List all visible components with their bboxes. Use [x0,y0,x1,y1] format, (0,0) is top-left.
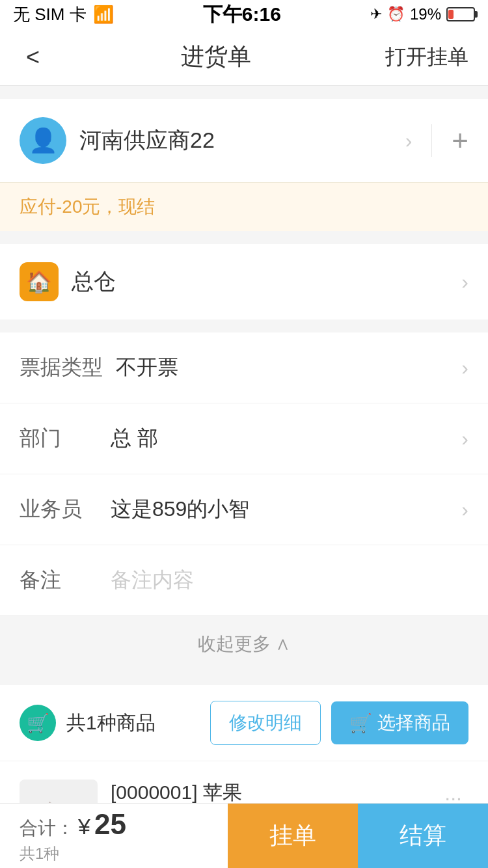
modify-detail-button[interactable]: 修改明细 [210,701,321,745]
status-time: 下午6:16 [203,1,281,28]
bottom-bar: 合计： ¥ 25 共1种 挂单 结算 [0,803,488,868]
product-header: 🛒 共1种商品 修改明细 🛒 选择商品 [0,685,488,761]
invoice-type-chevron-icon: › [461,356,468,380]
department-label: 部门 [20,424,98,453]
supplier-divider [431,124,432,157]
back-button[interactable]: < [20,37,46,77]
warehouse-section[interactable]: 🏠 总仓 › [0,244,488,319]
supplier-section: 👤 河南供应商22 › + 应付-20元，现结 [0,99,488,231]
supplier-name: 河南供应商22 [79,126,405,156]
remark-row[interactable]: 备注 备注内容 [0,545,488,616]
supplier-avatar: 👤 [20,117,66,164]
total-value: 25 [94,808,126,841]
total-amount-display: 合计： ¥ 25 [20,808,208,841]
total-section: 合计： ¥ 25 共1种 [0,808,228,864]
section-gap-3 [0,319,488,332]
warehouse-row[interactable]: 🏠 总仓 › [0,244,488,319]
product-name: [0000001] 苹果 [111,780,425,806]
supplier-chevron-icon: › [405,129,413,153]
wifi-icon: 📶 [93,5,114,25]
location-icon: ✈ [370,6,382,23]
supplier-notice: 应付-20元，现结 [0,182,488,231]
product-code: [0000001] [111,781,197,803]
nav-bar: < 进货单 打开挂单 [0,29,488,86]
invoice-type-value: 不开票 [103,353,455,382]
currency-symbol: ¥ [78,814,90,839]
department-value: 总 部 [98,424,455,453]
product-section-icon: 🛒 [20,705,56,741]
salesperson-row[interactable]: 业务员 这是859的小智 › [0,474,488,545]
form-fields-section: 票据类型 不开票 › 部门 总 部 › 业务员 这是859的小智 › 备注 备注… [0,332,488,616]
product-count-label: 共1种商品 [66,710,210,737]
salesperson-value: 这是859的小智 [98,495,455,524]
status-left: 无 SIM 卡 📶 [13,3,114,26]
pending-button[interactable]: 挂单 [228,804,358,869]
open-pending-button[interactable]: 打开挂单 [385,43,468,72]
select-product-label: 选择商品 [377,711,450,735]
supplier-row[interactable]: 👤 河南供应商22 › + [0,99,488,182]
select-product-icon: 🛒 [349,712,372,734]
battery-percent: 19% [410,5,441,23]
add-supplier-button[interactable]: + [452,124,468,157]
select-product-button[interactable]: 🛒 选择商品 [331,701,468,744]
product-title: 苹果 [203,781,242,803]
warehouse-icon: 🏠 [20,262,59,301]
department-row[interactable]: 部门 总 部 › [0,403,488,474]
invoice-type-label: 票据类型 [20,353,103,382]
total-label: 合计： [20,816,74,841]
department-chevron-icon: › [461,427,468,451]
section-gap-2 [0,231,488,244]
remark-label: 备注 [20,566,98,595]
invoice-type-row[interactable]: 票据类型 不开票 › [0,332,488,403]
warehouse-name: 总仓 [72,267,455,297]
salesperson-chevron-icon: › [461,498,468,522]
warehouse-chevron-icon: › [461,270,468,294]
remark-input[interactable]: 备注内容 [98,566,468,595]
status-right: ✈ ⏰ 19% [370,5,475,23]
avatar-icon: 👤 [29,127,58,154]
battery-icon [446,7,475,21]
carrier-label: 无 SIM 卡 [13,3,87,26]
total-sub-label: 共1种 [20,843,208,864]
collapse-bar[interactable]: 收起更多 ∧ [0,616,488,672]
checkout-button[interactable]: 结算 [358,804,488,869]
alarm-icon: ⏰ [387,6,405,23]
status-bar: 无 SIM 卡 📶 下午6:16 ✈ ⏰ 19% [0,0,488,29]
page-title: 进货单 [181,41,251,73]
salesperson-label: 业务员 [20,495,98,524]
section-gap-4 [0,672,488,685]
section-gap-1 [0,86,488,99]
